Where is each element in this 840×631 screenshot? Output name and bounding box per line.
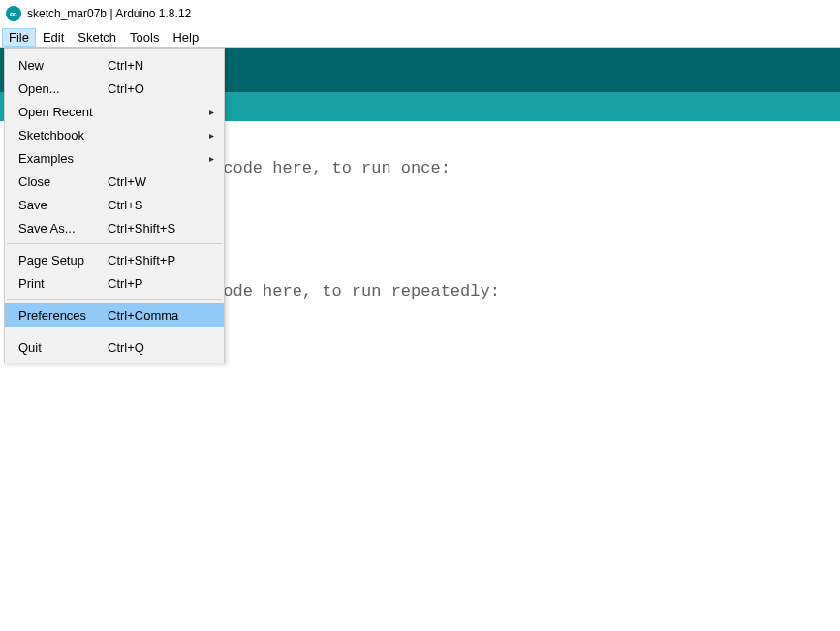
menu-shortcut: Ctrl+N: [108, 58, 143, 73]
menu-label: Open...: [18, 81, 108, 96]
menu-label: Save: [18, 198, 108, 212]
menu-item-save[interactable]: Save Ctrl+S: [5, 193, 224, 216]
menu-label: Close: [18, 174, 108, 189]
menu-item-print[interactable]: Print Ctrl+P: [5, 271, 224, 295]
menu-item-page-setup[interactable]: Page Setup Ctrl+Shift+P: [5, 248, 224, 271]
menu-label: Save As...: [18, 221, 108, 236]
menu-file[interactable]: File: [2, 28, 36, 47]
menu-item-new[interactable]: New Ctrl+N: [5, 53, 224, 77]
menu-item-close[interactable]: Close Ctrl+W: [5, 170, 224, 193]
menu-label: Page Setup: [18, 253, 108, 268]
menu-edit[interactable]: Edit: [36, 28, 71, 47]
arduino-icon: [6, 6, 21, 21]
menu-label: Quit: [18, 340, 108, 355]
menu-tools[interactable]: Tools: [123, 28, 166, 47]
menu-shortcut: Ctrl+Q: [108, 340, 144, 355]
submenu-arrow-icon: ▸: [209, 130, 214, 141]
menu-shortcut: Ctrl+S: [108, 198, 142, 212]
menu-shortcut: Ctrl+Shift+S: [108, 221, 175, 236]
menu-item-save-as[interactable]: Save As... Ctrl+Shift+S: [5, 216, 224, 239]
submenu-arrow-icon: ▸: [209, 153, 214, 164]
menu-help[interactable]: Help: [166, 28, 205, 47]
menu-label: Sketchbook: [18, 128, 108, 142]
menu-item-quit[interactable]: Quit Ctrl+Q: [5, 335, 224, 359]
window-title: sketch_mar07b | Arduino 1.8.12: [27, 7, 191, 20]
submenu-arrow-icon: ▸: [209, 107, 214, 117]
menu-label: Preferences: [18, 308, 108, 323]
menu-item-sketchbook[interactable]: Sketchbook ▸: [5, 123, 224, 146]
menu-shortcut: Ctrl+Comma: [108, 308, 178, 323]
menu-bar: File Edit Sketch Tools Help: [0, 27, 840, 48]
menu-item-examples[interactable]: Examples ▸: [5, 146, 224, 170]
menu-shortcut: Ctrl+O: [108, 81, 144, 96]
file-dropdown: New Ctrl+N Open... Ctrl+O Open Recent ▸ …: [4, 48, 225, 363]
menu-item-open[interactable]: Open... Ctrl+O: [5, 77, 224, 100]
menu-label: New: [18, 58, 108, 73]
menu-sketch[interactable]: Sketch: [71, 28, 123, 47]
menu-shortcut: Ctrl+W: [108, 174, 146, 189]
menu-shortcut: Ctrl+Shift+P: [108, 253, 175, 268]
title-bar: sketch_mar07b | Arduino 1.8.12: [0, 0, 840, 27]
menu-label: Open Recent: [18, 105, 108, 119]
menu-shortcut: Ctrl+P: [108, 276, 142, 291]
menu-item-preferences[interactable]: Preferences Ctrl+Comma: [5, 303, 224, 327]
menu-label: Print: [18, 276, 108, 291]
menu-label: Examples: [18, 151, 108, 166]
menu-item-open-recent[interactable]: Open Recent ▸: [5, 100, 224, 123]
